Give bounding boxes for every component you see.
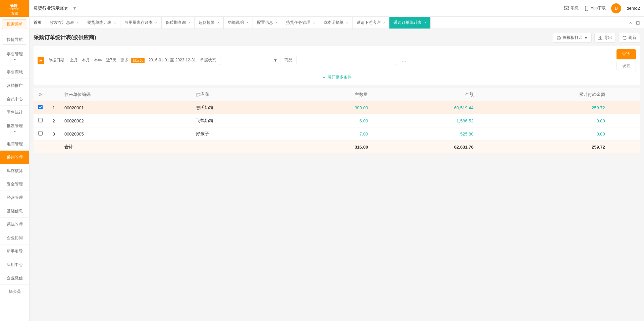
sidebar-item-vip[interactable]: 畅会员 [0,285,29,298]
tab-close-cost-adjust[interactable]: × [346,21,348,24]
tab-order-stat[interactable]: 要货单统计表× [83,17,120,29]
export-button[interactable]: 导出 [594,33,616,43]
shortcut-last-month[interactable]: 上月 [68,57,79,64]
cell-qty-1[interactable]: 6.00 [290,114,372,127]
row-checkbox-0[interactable] [38,105,43,109]
tab-overstock-warning[interactable]: 超储预警× [195,17,224,29]
sidebar-item-retail-mall[interactable]: 零售商城 [0,65,29,79]
message-button[interactable]: 消息 [564,5,579,11]
cell-amount-2[interactable]: 525.80 [372,127,478,141]
cell-checkbox-0[interactable] [34,101,47,114]
tab-purchase-stat[interactable]: 采购订单统计表× [389,17,431,29]
tab-feature-desc[interactable]: 功能说明× [224,17,253,29]
app-download-button[interactable]: App下载 [584,5,606,11]
cell-checkbox-2[interactable] [34,127,47,141]
sidebar-item-wholesale[interactable]: 批发管理 [0,119,29,137]
cell-checkbox-1[interactable] [34,114,47,127]
tab-close-receive-summary[interactable]: × [77,21,79,24]
sidebar-item-inventory[interactable]: 库存核算 [0,164,29,177]
search-menu-button[interactable]: 搜索菜单 [2,19,27,29]
workspace-selector[interactable]: 母婴行业演示账套 [34,5,68,11]
sidebar-item-label-system: 系统管理 [0,222,29,227]
status-select[interactable]: ▼ [220,56,280,65]
refresh-button[interactable]: 刷新 [619,33,640,43]
tab-available-stock[interactable]: 可用量库存账本× [120,17,162,29]
tab-close-available-stock[interactable]: × [155,21,157,24]
cell-supplier-code-0: 00020001 [60,101,192,114]
tab-invite-customer[interactable]: 邀请下游客户× [353,17,390,29]
table-row[interactable]: 2 00020002 飞鹤奶粉 6.00 1,586.52 0.00 [34,114,640,127]
sidebar-item-guide[interactable]: 新手引导 [0,245,29,258]
tab-home[interactable]: 首页 [30,17,46,29]
table-row[interactable]: 3 00020005 好孩子 7.00 525.80 0.00 [34,127,640,141]
tab-config-info[interactable]: 配置信息× [253,17,282,29]
quick-nav-button[interactable]: 快捷导航 [2,35,27,45]
shortcut-this-year[interactable]: 本年 [93,57,103,64]
column-amount: 金额 [372,88,478,101]
tab-receive-summary[interactable]: 收发存汇总表× [46,17,83,29]
svg-point-5 [586,9,587,10]
username-label[interactable]: demo2 [627,6,640,11]
tab-close-purchase-stat[interactable]: × [424,21,426,24]
svg-text:通好生意: 通好生意 [9,8,19,10]
tab-expiry-query[interactable]: 保质期查询× [162,17,195,29]
tab-close-invite-customer[interactable]: × [383,21,385,24]
cell-qty-0[interactable]: 303.00 [290,101,372,114]
cell-amount-1[interactable]: 1,586.52 [372,114,478,127]
cell-paid-2[interactable]: 0.00 [478,127,609,141]
sidebar-item-operation[interactable]: 经营管理 [0,191,29,204]
sidebar-item-enterprise[interactable]: 企业协同 [0,231,29,245]
cell-paid-0[interactable]: 259.72 [478,101,609,114]
tab-close-overstock-warning[interactable]: × [217,21,219,24]
sidebar-item-retail-stat[interactable]: 零售统计 [0,106,29,119]
message-label: 消息 [571,5,579,11]
cell-amount-0[interactable]: 60,519.44 [372,101,478,114]
sidebar-item-ecommerce[interactable]: 电商管理 [0,137,29,151]
tabbar-close-all-button[interactable]: × [628,19,633,26]
tab-close-pick-task[interactable]: × [313,21,315,24]
sidebar-item-wechat[interactable]: 企业微信 [0,271,29,285]
sidebar-item-label-basic-info: 基础信息 [0,208,29,214]
sidebar-item-label-retail: 零售管理 [0,51,29,57]
tab-label-overstock-warning: 超储预警 [199,20,215,25]
print-button[interactable]: 按模板打印 ▼ [553,33,592,43]
goods-input[interactable] [297,56,397,65]
sidebar-item-finance[interactable]: 资金管理 [0,177,29,191]
sidebar-item-purchase[interactable]: 采购管理 [0,151,29,164]
footer-label: 合计 [60,141,192,154]
tab-cost-adjust[interactable]: 成本调整单× [319,17,353,29]
cell-index-1: 2 [47,114,60,127]
row-checkbox-2[interactable] [38,131,43,136]
tab-close-config-info[interactable]: × [276,21,278,24]
sidebar-item-system[interactable]: 系统管理 [0,218,29,231]
sidebar-item-retail[interactable]: 零售管理 [0,47,29,65]
table-row[interactable]: 1 00020001 惠氏奶粉 303.00 60,519.44 259.72 [34,101,640,114]
cell-empty-2 [609,127,640,141]
date-shortcuts: 上月 本月 本年 近7天 更多 自定义 [68,57,145,64]
shortcut-7days[interactable]: 近7天 [105,57,118,64]
cell-paid-1[interactable]: 0.00 [478,114,609,127]
user-avatar[interactable]: D [611,3,621,13]
tab-label-feature-desc: 功能说明 [228,20,244,25]
tabbar-expand-button[interactable]: ⊡ [635,19,641,26]
query-button[interactable]: 查询 [616,49,636,59]
tab-close-order-stat[interactable]: × [114,21,116,24]
row-checkbox-1[interactable] [38,118,43,122]
goods-input-more-icon[interactable]: … [401,57,407,63]
sidebar-item-member[interactable]: 会员中心 [0,92,29,106]
expand-more-button[interactable]: 展开更多条件 [322,73,352,82]
shortcut-more[interactable]: 更多 [119,57,130,64]
filter-toggle-button[interactable]: ▶ [38,57,44,64]
sidebar-item-app-center[interactable]: 应用中心 [0,258,29,271]
cell-qty-2[interactable]: 7.00 [290,127,372,141]
svg-rect-7 [558,38,560,39]
sidebar-item-marketing[interactable]: 营销推广 [0,79,29,92]
shortcut-this-month[interactable]: 本月 [80,57,91,64]
tab-close-expiry-query[interactable]: × [189,21,191,24]
tab-pick-task[interactable]: 拣货任务管理× [282,17,319,29]
table-settings-icon[interactable]: ⚙ [38,92,42,97]
tab-close-feature-desc[interactable]: × [247,21,249,24]
settings-button[interactable]: 设置 [616,61,636,71]
custom-badge: 自定义 [131,58,145,63]
sidebar-item-basic-info[interactable]: 基础信息 [0,204,29,218]
